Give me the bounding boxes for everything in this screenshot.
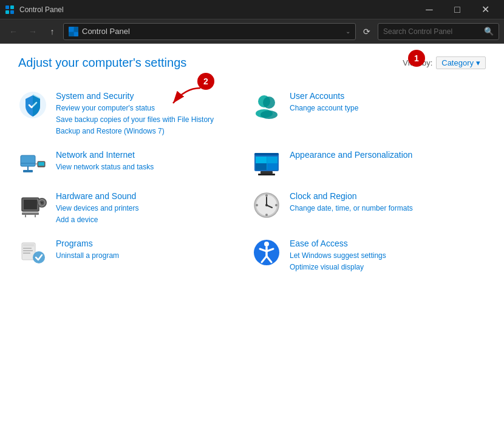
svg-point-55 [264, 242, 269, 246]
svg-point-13 [261, 110, 278, 119]
maximize-button[interactable]: □ [443, 0, 471, 19]
svg-rect-3 [10, 10, 14, 14]
svg-rect-6 [69, 32, 73, 36]
address-breadcrumb: Control Panel [82, 27, 342, 36]
window-title: Control Panel [19, 5, 415, 14]
clock-content: Clock and Region Change date, time, or n… [290, 191, 486, 214]
ease-of-access-icon [252, 238, 281, 267]
svg-rect-17 [23, 170, 33, 172]
user-accounts-icon [252, 90, 281, 120]
ease-of-access-title[interactable]: Ease of Access [290, 239, 348, 248]
system-security-link-2[interactable]: Backup and Restore (Windows 7) [56, 126, 252, 137]
svg-rect-25 [267, 163, 278, 170]
svg-point-47 [275, 204, 278, 206]
svg-rect-52 [23, 253, 30, 254]
svg-rect-19 [38, 162, 44, 166]
svg-rect-22 [254, 153, 279, 155]
system-security-link-0[interactable]: Review your computer's status [56, 103, 252, 114]
view-by-dropdown[interactable]: Category ▾ [436, 56, 486, 69]
svg-rect-2 [5, 10, 9, 14]
hardware-content: Hardware and Sound View devices and prin… [56, 191, 252, 226]
forward-button[interactable]: → [24, 23, 41, 40]
system-security-link-1[interactable]: Save backup copies of your files with Fi… [56, 114, 252, 126]
address-bar: ← → ↑ Control Panel ⌄ ⟳ 🔍 [0, 19, 504, 44]
category-user-accounts: User Accounts Change account type [252, 84, 486, 143]
svg-rect-36 [22, 212, 39, 215]
close-button[interactable]: ✕ [471, 0, 499, 19]
network-icon [18, 149, 47, 178]
svg-rect-50 [23, 248, 32, 249]
search-input[interactable] [383, 27, 480, 36]
minimize-button[interactable]: ─ [415, 0, 443, 19]
address-icon [69, 27, 78, 36]
up-button[interactable]: ↑ [44, 23, 61, 40]
search-icon: 🔍 [484, 27, 494, 36]
svg-rect-0 [5, 5, 9, 9]
view-by-chevron: ▾ [476, 58, 480, 67]
system-security-content: System and Security Review your computer… [56, 90, 252, 137]
category-system-security: System and Security Review your computer… [18, 84, 252, 143]
svg-rect-28 [261, 171, 273, 174]
svg-point-45 [265, 214, 268, 216]
category-clock: Clock and Region Change date, time, or n… [252, 185, 486, 232]
programs-content: Programs Uninstall a program [56, 238, 252, 262]
back-button[interactable]: ← [5, 23, 22, 40]
programs-title[interactable]: Programs [56, 239, 93, 248]
system-security-icon [18, 90, 47, 120]
category-appearance: Appearance and Personalization [252, 143, 486, 185]
hardware-title[interactable]: Hardware and Sound [56, 191, 136, 201]
network-content: Network and Internet View network status… [56, 149, 252, 173]
category-programs: Programs Uninstall a program [18, 232, 252, 279]
ease-of-access-content: Ease of Access Let Windows suggest setti… [290, 238, 486, 273]
programs-link-0[interactable]: Uninstall a program [56, 250, 252, 262]
view-by-value: Category [441, 58, 474, 67]
svg-point-34 [41, 202, 43, 204]
appearance-title[interactable]: Appearance and Personalization [290, 150, 412, 160]
svg-point-53 [33, 251, 45, 263]
search-box[interactable]: 🔍 [378, 23, 499, 40]
svg-rect-29 [258, 174, 275, 175]
clock-title[interactable]: Clock and Region [290, 191, 357, 201]
svg-point-46 [256, 204, 258, 206]
svg-rect-4 [69, 27, 73, 32]
appearance-icon [252, 149, 281, 178]
refresh-button[interactable]: ⟳ [358, 23, 375, 40]
ease-of-access-link-0[interactable]: Let Windows suggest settings [290, 250, 486, 262]
svg-point-44 [265, 194, 268, 197]
user-accounts-link-0[interactable]: Change account type [290, 103, 486, 114]
category-ease-of-access: Ease of Access Let Windows suggest setti… [252, 232, 486, 279]
svg-rect-7 [74, 32, 78, 36]
svg-rect-1 [10, 5, 14, 9]
svg-point-11 [263, 97, 275, 109]
network-title[interactable]: Network and Internet [56, 150, 135, 160]
svg-rect-24 [256, 157, 267, 163]
network-link-0[interactable]: View network status and tasks [56, 161, 252, 173]
annotation-2: 2 [197, 73, 214, 90]
address-chevron: ⌄ [346, 28, 350, 35]
page-title: Adjust your computer's settings [18, 56, 186, 70]
app-icon [5, 5, 15, 15]
address-input-wrapper[interactable]: Control Panel ⌄ [63, 23, 356, 40]
svg-rect-15 [21, 163, 35, 164]
category-network: Network and Internet View network status… [18, 143, 252, 185]
badge-1: 1 [408, 50, 425, 67]
badge-2-arrow [167, 85, 203, 109]
appearance-content: Appearance and Personalization [290, 149, 486, 161]
categories-grid: System and Security Review your computer… [18, 84, 486, 279]
ease-of-access-link-1[interactable]: Optimize visual display [290, 262, 486, 273]
clock-link-0[interactable]: Change date, time, or number formats [290, 203, 486, 214]
svg-rect-49 [23, 244, 34, 246]
hardware-icon [18, 191, 47, 220]
svg-rect-51 [23, 250, 33, 251]
hardware-link-1[interactable]: Add a device [56, 214, 252, 226]
category-hardware: Hardware and Sound View devices and prin… [18, 185, 252, 232]
user-accounts-content: User Accounts Change account type [290, 90, 486, 114]
svg-rect-14 [21, 155, 35, 166]
svg-rect-31 [24, 200, 37, 209]
window-controls: ─ □ ✕ [415, 0, 499, 19]
svg-rect-5 [74, 27, 78, 32]
hardware-link-0[interactable]: View devices and printers [56, 203, 252, 214]
system-security-title[interactable]: System and Security [56, 91, 134, 101]
clock-icon [252, 191, 281, 220]
user-accounts-title[interactable]: User Accounts [290, 91, 344, 101]
